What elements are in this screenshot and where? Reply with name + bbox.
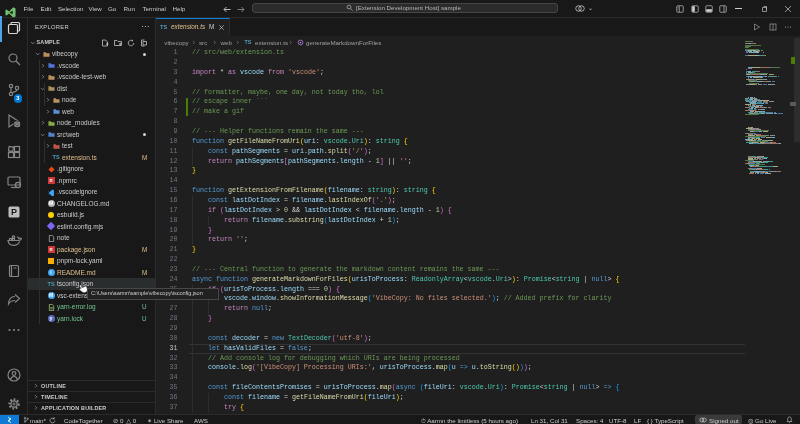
svg-text:P: P <box>11 207 17 217</box>
